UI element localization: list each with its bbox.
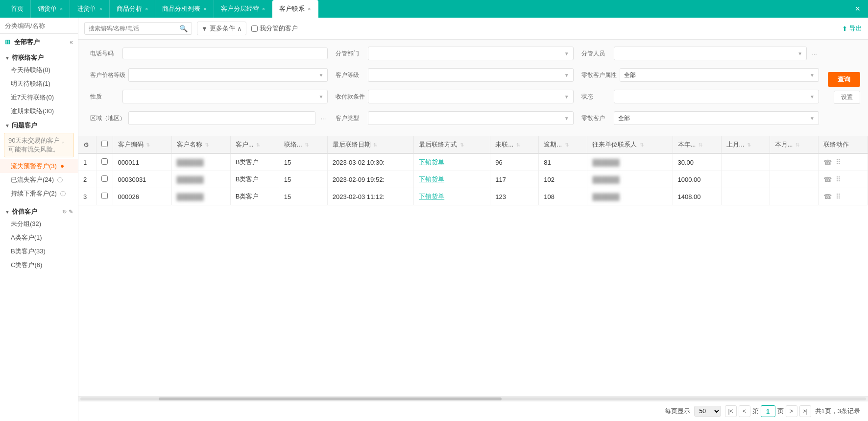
col-code[interactable]: 客户编码 ⇅ <box>113 136 171 153</box>
col-name[interactable]: 客户名称 ⇅ <box>171 136 230 153</box>
sidebar-section-problem[interactable]: ▼ 问题客户 <box>0 118 78 131</box>
col-this-month[interactable]: 本月... ⇅ <box>770 136 818 153</box>
row-checkbox[interactable] <box>101 193 108 199</box>
prev-page-btn[interactable]: < <box>739 405 750 417</box>
sort-tm-icon: ⇅ <box>796 142 799 148</box>
last-page-btn[interactable]: >| <box>799 405 811 417</box>
cell-checkbox <box>96 171 113 188</box>
refresh-icon[interactable]: ↻ <box>62 209 67 215</box>
sort-lm-icon: ⇅ <box>747 142 751 148</box>
next-page-btn[interactable]: > <box>786 405 797 417</box>
col-this-year[interactable]: 本年... ⇅ <box>673 136 721 153</box>
page-label: 第 <box>752 407 759 416</box>
sidebar-item-ungrouped[interactable]: 未分组(32) <box>0 217 78 231</box>
filter-retail-attr-select[interactable]: 全部 ▼ <box>620 68 819 82</box>
filter-manager-dots[interactable]: ··· <box>810 50 819 57</box>
action-more-icon[interactable]: ⠿ <box>836 158 841 166</box>
filter-more-btn[interactable]: ▼ 更多条件 ∧ <box>197 22 246 35</box>
first-page-btn[interactable]: |< <box>725 405 737 417</box>
search-input[interactable] <box>89 25 179 32</box>
export-btn[interactable]: ⬆ 导出 <box>842 24 862 33</box>
col-last-method[interactable]: 最后联络方式 ⇅ <box>414 136 490 153</box>
tab-customer-tier-close[interactable]: × <box>262 6 265 12</box>
col-contact-person[interactable]: 往来单位联系人 ⇅ <box>587 136 673 153</box>
row-checkbox[interactable] <box>101 175 108 182</box>
sidebar-search-input[interactable] <box>5 22 78 29</box>
sidebar-item-declining[interactable]: 持续下滑客户(2) ⓘ <box>0 187 78 200</box>
tab-home[interactable]: 首页 <box>4 0 31 18</box>
sidebar-all-customers[interactable]: ⊞ 全部客户 « <box>0 34 78 50</box>
sidebar-item-overdue[interactable]: 逾期未联络(30) <box>0 104 78 118</box>
sidebar-item-class-c[interactable]: C类客户(6) <box>0 258 78 272</box>
cell-name: ██████ <box>171 188 230 205</box>
filter-price-grade-select[interactable]: ▼ <box>128 68 328 82</box>
sidebar-item-tomorrow[interactable]: 明天待联络(1) <box>0 77 78 91</box>
tab-sales-close[interactable]: × <box>60 6 63 12</box>
filter-status-select[interactable]: ▼ <box>614 90 819 103</box>
filter-nature-select[interactable]: ▼ <box>122 90 328 103</box>
scrollbar-thumb[interactable] <box>159 397 502 400</box>
col-type[interactable]: 客户... ⇅ <box>230 136 279 153</box>
filter-settings-btn[interactable]: 设置 <box>834 91 860 104</box>
sidebar-section-pending[interactable]: ▼ 待联络客户 <box>0 50 78 63</box>
filter-region-select[interactable] <box>128 111 315 125</box>
filter-dept-select[interactable]: ▼ <box>368 47 573 60</box>
sidebar-item-churn-warning[interactable]: 流失预警客户(3) ● <box>0 159 78 173</box>
col-not-contacted[interactable]: 未联... ⇅ <box>490 136 539 153</box>
per-page-select[interactable]: 50 100 <box>694 406 721 417</box>
sort-method-icon: ⇅ <box>460 142 464 148</box>
last-method-link[interactable]: 下销货单 <box>419 193 444 200</box>
action-more-icon[interactable]: ⠿ <box>836 193 841 200</box>
data-table-wrap: ⚙ 客户编码 ⇅ 客户名称 ⇅ <box>78 136 868 396</box>
tab-customer-contact-close[interactable]: × <box>308 6 311 12</box>
tab-purchase[interactable]: 进货单 × <box>70 0 109 18</box>
row-checkbox[interactable] <box>101 158 108 165</box>
col-settings[interactable]: ⚙ <box>78 136 96 153</box>
current-page: 1 <box>761 405 775 417</box>
filter-phone-input[interactable] <box>122 48 328 59</box>
tab-analysis-list[interactable]: 商品分析列表 × <box>155 0 214 18</box>
filter-region-dots[interactable]: ··· <box>318 115 328 122</box>
sidebar-item-7days[interactable]: 近7天待联络(0) <box>0 91 78 104</box>
last-method-link[interactable]: 下销货单 <box>419 158 444 166</box>
tab-analysis-close[interactable]: × <box>145 6 148 12</box>
col-last-month[interactable]: 上月... ⇅ <box>721 136 770 153</box>
sidebar-item-churned[interactable]: 已流失客户(24) ⓘ <box>0 173 78 187</box>
filter-manager-select[interactable]: ▼ <box>614 47 807 60</box>
action-phone-icon[interactable]: ☎ <box>823 175 832 183</box>
last-method-link[interactable]: 下销货单 <box>419 175 444 183</box>
edit-icon[interactable]: ✎ <box>69 209 73 215</box>
col-contact[interactable]: 联络... ⇅ <box>279 136 327 153</box>
tab-purchase-close[interactable]: × <box>99 6 102 12</box>
tab-customer-contact[interactable]: 客户联系 × <box>272 0 318 18</box>
sidebar-section-value[interactable]: ▼ 价值客户 ↻ ✎ <box>0 204 78 217</box>
filter-customer-type-select[interactable]: ▼ <box>368 111 573 125</box>
filter-dept-label: 分管部门 <box>336 50 365 58</box>
sidebar-item-class-a[interactable]: A类客户(1) <box>0 231 78 245</box>
tab-sales[interactable]: 销货单 × <box>31 0 70 18</box>
sidebar-item-class-b[interactable]: B类客户(33) <box>0 245 78 258</box>
sidebar-item-today[interactable]: 今天待联络(0) <box>0 63 78 77</box>
query-btn[interactable]: 查询 <box>828 72 860 87</box>
select-all-checkbox[interactable] <box>101 141 108 147</box>
sidebar-collapse-icon[interactable]: « <box>70 39 73 46</box>
my-customer-checkbox[interactable] <box>251 25 258 32</box>
info-icon: ⓘ <box>57 177 63 183</box>
horizontal-scrollbar[interactable] <box>78 396 868 401</box>
tab-analysis[interactable]: 商品分析 × <box>110 0 155 18</box>
filter-retail-select[interactable]: 全部 ▼ <box>614 111 819 125</box>
action-phone-icon[interactable]: ☎ <box>823 158 832 166</box>
cell-name: ██████ <box>171 153 230 171</box>
cell-last-date: 2023-02-09 19:52: <box>327 171 413 188</box>
action-phone-icon[interactable]: ☎ <box>823 193 832 200</box>
col-overdue[interactable]: 逾期... ⇅ <box>539 136 587 153</box>
tab-analysis-list-close[interactable]: × <box>203 6 206 12</box>
arrow-down-icon2: ▼ <box>5 123 10 128</box>
cell-name: ██████ <box>171 171 230 188</box>
col-last-date[interactable]: 最后联络日期 ⇅ <box>327 136 413 153</box>
filter-payment-select[interactable]: ▼ <box>368 90 573 103</box>
tab-customer-tier[interactable]: 客户分层经营 × <box>214 0 272 18</box>
filter-customer-grade-select[interactable]: ▼ <box>368 68 573 82</box>
window-close-btn[interactable]: × <box>851 4 864 14</box>
action-more-icon[interactable]: ⠿ <box>836 175 841 183</box>
